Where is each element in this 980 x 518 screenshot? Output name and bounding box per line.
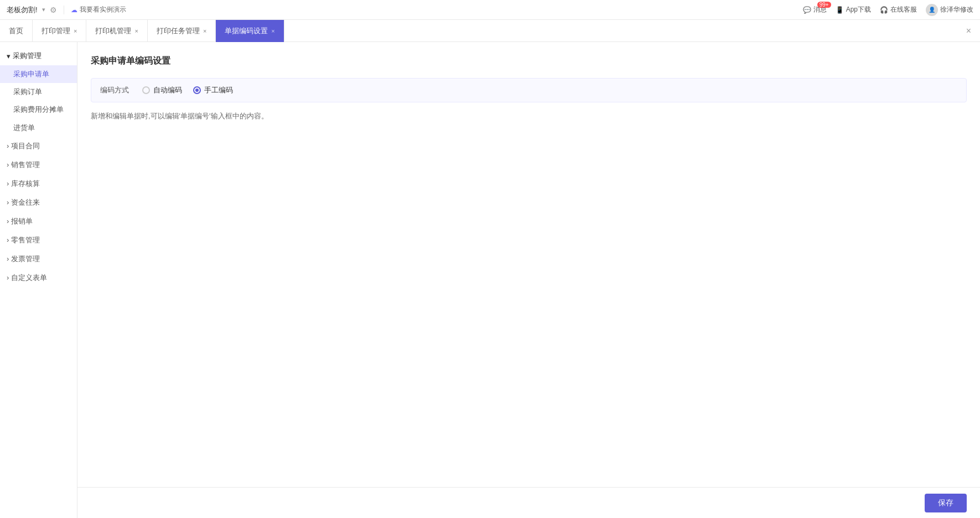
tab-bar: 首页 打印管理 × 打印机管理 × 打印任务管理 × 单据编码设置 × × bbox=[0, 20, 980, 42]
sidebar-group-finance-label: 资金往来 bbox=[11, 198, 40, 208]
tab-document-code-label: 单据编码设置 bbox=[225, 26, 268, 36]
phone-icon: 📱 bbox=[836, 6, 844, 14]
settings-icon[interactable]: ⚙ bbox=[50, 6, 57, 14]
radio-group: 自动编码 手工编码 bbox=[142, 85, 233, 95]
sidebar-item-purchase-request[interactable]: 采购申请单 bbox=[0, 65, 77, 83]
sidebar-group-purchase-arrow: ▾ bbox=[7, 52, 11, 60]
headset-icon: 🎧 bbox=[880, 6, 888, 14]
sidebar-group-project-label: 项目合同 bbox=[11, 141, 40, 151]
sidebar-group-invoice[interactable]: › 发票管理 bbox=[0, 250, 77, 268]
sidebar-group-custom-form-label: 自定义表单 bbox=[11, 273, 47, 283]
app-download-action[interactable]: 📱 App下载 bbox=[836, 5, 871, 14]
tab-document-code[interactable]: 单据编码设置 × bbox=[216, 20, 284, 42]
online-service-label: 在线客服 bbox=[890, 5, 917, 14]
sidebar-item-purchase-order[interactable]: 采购订单 bbox=[0, 83, 77, 101]
sidebar-group-expense-arrow: › bbox=[7, 217, 9, 225]
main-layout: ▾ 采购管理 采购申请单 采购订单 采购费用分摊单 进货单 › 项目合同 › 销… bbox=[0, 42, 980, 518]
sidebar-group-expense[interactable]: › 报销单 bbox=[0, 212, 77, 231]
sidebar-group-sales-arrow: › bbox=[7, 160, 9, 169]
sidebar-group-inventory-arrow: › bbox=[7, 179, 9, 188]
cloud-icon: ☁ bbox=[71, 6, 77, 14]
sidebar: ▾ 采购管理 采购申请单 采购订单 采购费用分摊单 进货单 › 项目合同 › 销… bbox=[0, 42, 77, 518]
radio-auto-circle bbox=[142, 86, 150, 94]
sidebar-group-sales[interactable]: › 销售管理 bbox=[0, 156, 77, 174]
sidebar-group-purchase[interactable]: ▾ 采购管理 bbox=[0, 46, 77, 65]
content-area: 采购申请单编码设置 编码方式 自动编码 手工编码 新增和编辑单据时,可以编辑'单… bbox=[77, 42, 980, 518]
sidebar-item-purchase-receipt[interactable]: 进货单 bbox=[0, 119, 77, 137]
sidebar-group-retail[interactable]: › 零售管理 bbox=[0, 231, 77, 250]
tab-print-task-label: 打印任务管理 bbox=[157, 26, 200, 36]
message-icon: 💬 bbox=[803, 6, 811, 14]
tab-print-task[interactable]: 打印任务管理 × bbox=[148, 20, 216, 42]
tab-print-management-close[interactable]: × bbox=[74, 28, 77, 34]
sidebar-group-purchase-label: 采购管理 bbox=[13, 51, 42, 61]
radio-manual-circle bbox=[193, 86, 201, 94]
hint-text: 新增和编辑单据时,可以编辑'单据编号'输入框中的内容。 bbox=[91, 111, 967, 121]
sidebar-group-inventory[interactable]: › 库存核算 bbox=[0, 174, 77, 193]
sidebar-group-custom-form-arrow: › bbox=[7, 273, 9, 282]
content-inner: 采购申请单编码设置 编码方式 自动编码 手工编码 新增和编辑单据时,可以编辑'单… bbox=[77, 42, 980, 487]
sidebar-group-custom-form[interactable]: › 自定义表单 bbox=[0, 268, 77, 287]
sidebar-group-finance[interactable]: › 资金往来 bbox=[0, 193, 77, 212]
sidebar-group-retail-arrow: › bbox=[7, 236, 9, 244]
content-footer: 保存 bbox=[77, 487, 980, 518]
tab-bar-close-button[interactable]: × bbox=[966, 26, 971, 36]
tab-print-management-label: 打印管理 bbox=[42, 26, 70, 36]
radio-auto-label: 自动编码 bbox=[153, 85, 182, 95]
top-bar-right: 💬 消息 99+ 📱 App下载 🎧 在线客服 👤 徐泽华修改 bbox=[803, 4, 973, 16]
sidebar-group-finance-arrow: › bbox=[7, 198, 9, 206]
message-action[interactable]: 💬 消息 99+ bbox=[803, 5, 827, 14]
demo-label: 我要看实例演示 bbox=[80, 5, 126, 14]
avatar: 👤 bbox=[926, 4, 938, 16]
page-title: 采购申请单编码设置 bbox=[91, 55, 967, 67]
title-dropdown-icon[interactable]: ▾ bbox=[42, 6, 45, 13]
user-menu[interactable]: 👤 徐泽华修改 bbox=[926, 4, 973, 16]
tab-home-label: 首页 bbox=[9, 26, 23, 36]
online-service-action[interactable]: 🎧 在线客服 bbox=[880, 5, 917, 14]
tab-document-code-close[interactable]: × bbox=[271, 28, 274, 34]
sidebar-group-project-arrow: › bbox=[7, 142, 9, 150]
sidebar-group-invoice-label: 发票管理 bbox=[11, 254, 40, 264]
save-button[interactable]: 保存 bbox=[925, 494, 967, 512]
radio-manual-label: 手工编码 bbox=[204, 85, 233, 95]
top-bar: 老板勿割! ▾ ⚙ ☁ 我要看实例演示 💬 消息 99+ 📱 App下载 🎧 在… bbox=[0, 0, 980, 20]
sidebar-group-sales-label: 销售管理 bbox=[11, 160, 40, 170]
app-download-label: App下载 bbox=[846, 5, 871, 14]
sidebar-group-inventory-label: 库存核算 bbox=[11, 179, 40, 189]
encoding-row: 编码方式 自动编码 手工编码 bbox=[91, 78, 967, 102]
tab-printer-management-close[interactable]: × bbox=[134, 28, 138, 34]
encoding-label: 编码方式 bbox=[100, 85, 133, 95]
tab-printer-management-label: 打印机管理 bbox=[95, 26, 131, 36]
sidebar-group-expense-label: 报销单 bbox=[11, 216, 33, 226]
tab-print-management[interactable]: 打印管理 × bbox=[33, 20, 86, 42]
demo-link[interactable]: ☁ 我要看实例演示 bbox=[71, 5, 126, 14]
username-label: 徐泽华修改 bbox=[940, 5, 973, 14]
message-badge: 99+ bbox=[817, 2, 831, 8]
sidebar-group-retail-label: 零售管理 bbox=[11, 235, 40, 245]
radio-manual-code[interactable]: 手工编码 bbox=[193, 85, 233, 95]
sidebar-group-invoice-arrow: › bbox=[7, 255, 9, 263]
sidebar-group-project[interactable]: › 项目合同 bbox=[0, 137, 77, 156]
tab-print-task-close[interactable]: × bbox=[203, 28, 206, 34]
tab-printer-management[interactable]: 打印机管理 × bbox=[86, 20, 147, 42]
tab-home[interactable]: 首页 bbox=[0, 20, 33, 42]
divider bbox=[64, 6, 64, 14]
sidebar-item-purchase-expense[interactable]: 采购费用分摊单 bbox=[0, 101, 77, 118]
app-title: 老板勿割! bbox=[7, 5, 38, 15]
top-bar-left: 老板勿割! ▾ ⚙ ☁ 我要看实例演示 bbox=[7, 5, 126, 15]
radio-auto-code[interactable]: 自动编码 bbox=[142, 85, 182, 95]
